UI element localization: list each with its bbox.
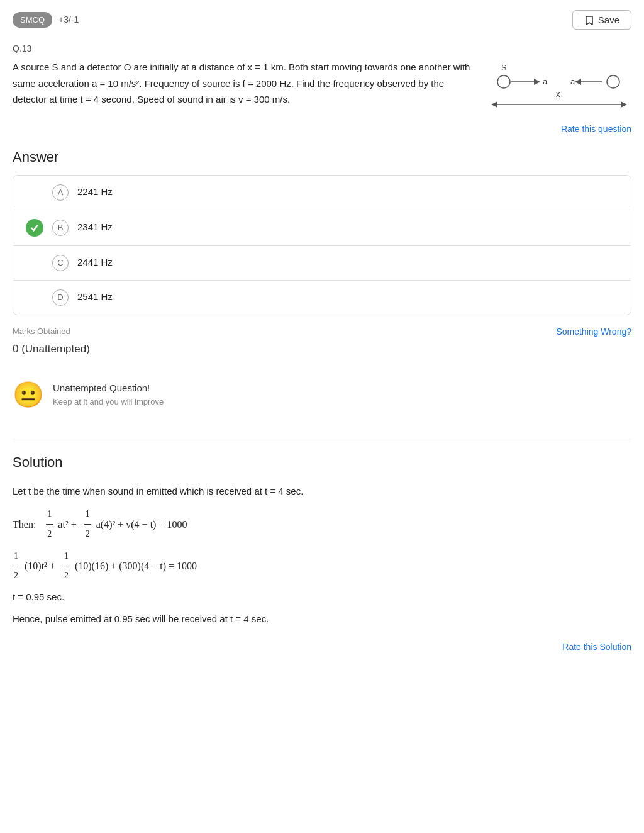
rate-solution-link[interactable]: Rate this Solution (562, 642, 631, 652)
marking-scheme: +3/-1 (58, 13, 79, 26)
option-c-circle: C (52, 255, 69, 271)
svg-marker-11 (491, 101, 497, 108)
question-number: Q.13 (13, 42, 631, 55)
solution-line-1: Let t be the time when sound in emitted … (13, 483, 631, 500)
option-row-c[interactable]: C 2441 Hz (13, 246, 631, 281)
solution-line-3: Hence, pulse emitted at 0.95 sec will be… (13, 610, 631, 627)
divider (13, 439, 631, 439)
question-diagram: S a a x (487, 59, 631, 116)
svg-point-8 (607, 75, 619, 88)
option-d-circle: D (52, 289, 69, 306)
option-a-circle: A (52, 184, 69, 201)
question-header: SMCQ +3/-1 Save (13, 10, 631, 30)
unattempted-sub-text: Keep at it and you will improve (53, 396, 164, 408)
unattempted-emoji: 😐 (13, 376, 44, 413)
diagram-svg: S a a x (490, 59, 628, 116)
save-button[interactable]: Save (572, 10, 631, 30)
unattempted-section: 😐 Unattempted Question! Keep at it and y… (13, 369, 631, 420)
svg-text:a: a (570, 77, 575, 86)
solution-formula-2: 12 (10)t² + 12 (10)(16) + (300)(4 − t) =… (13, 547, 631, 586)
svg-text:S: S (501, 63, 507, 72)
option-row-a[interactable]: A 2241 Hz (13, 176, 631, 210)
option-b-circle: B (52, 220, 69, 236)
option-row-b[interactable]: B 2341 Hz (13, 210, 631, 246)
bookmark-icon (584, 15, 594, 25)
correct-check-icon (26, 219, 43, 237)
marks-section: Marks Obtained Something Wrong? (13, 325, 631, 338)
option-row-d[interactable]: D 2541 Hz (13, 281, 631, 315)
question-section: Q.13 A source S and a detector O are ini… (13, 42, 631, 137)
something-wrong-link[interactable]: Something Wrong? (556, 325, 631, 338)
solution-heading: Solution (13, 452, 631, 472)
solution-section: Solution Let t be the time when sound in… (13, 452, 631, 654)
marks-label: Marks Obtained (13, 325, 70, 338)
marks-value: 0 (Unattempted) (13, 341, 631, 357)
svg-marker-3 (534, 79, 540, 85)
option-d-text: 2541 Hz (77, 290, 113, 305)
option-c-text: 2441 Hz (77, 255, 113, 270)
svg-marker-7 (575, 79, 581, 85)
options-list: A 2241 Hz B 2341 Hz C 2441 Hz (13, 175, 631, 315)
option-b-text: 2341 Hz (77, 220, 113, 235)
option-a-text: 2241 Hz (77, 185, 113, 199)
svg-text:x: x (556, 89, 560, 99)
svg-point-1 (497, 75, 510, 88)
unattempted-main-text: Unattempted Question! (53, 381, 164, 396)
solution-line-2: t = 0.95 sec. (13, 588, 631, 605)
solution-formula-1: Then: 12 at² + 12 a(4)² + v(4 − t) = 100… (13, 505, 631, 544)
rate-question-link[interactable]: Rate this question (561, 124, 631, 134)
answer-heading: Answer (13, 147, 631, 167)
svg-text:a: a (543, 77, 548, 86)
smcq-badge: SMCQ (13, 12, 52, 28)
svg-marker-12 (621, 101, 627, 108)
answer-section: Answer A 2241 Hz B 2341 Hz C (13, 147, 631, 315)
question-text: A source S and a detector O are initiall… (13, 59, 474, 108)
